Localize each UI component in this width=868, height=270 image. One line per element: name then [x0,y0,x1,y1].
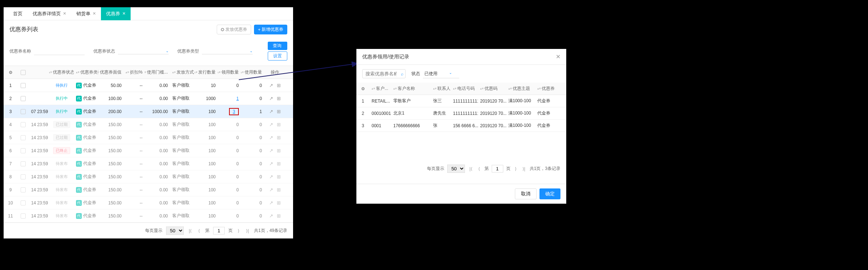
qr-icon[interactable]: ⊞ [277,96,281,101]
modal-table-row[interactable]: 2 00010001 北京1 唐先生 11111111111 2019120 7… [356,107,566,120]
share-icon[interactable]: ↗ [269,148,273,153]
first-page-button[interactable]: |⟨ [187,228,193,233]
tab-销货单[interactable]: 销货单✕ [71,7,101,20]
share-icon[interactable]: ↗ [269,122,273,127]
qr-icon[interactable]: ⊞ [277,174,281,179]
cancel-button[interactable]: 取消 [515,188,537,199]
col-issue[interactable]: ▴▾发行数量 [195,69,218,75]
page-input[interactable] [213,227,225,234]
row-checkbox[interactable] [21,83,26,88]
tab-优惠券[interactable]: 优惠券✕ [101,7,131,20]
close-icon[interactable]: ✕ [556,53,560,60]
query-button[interactable]: 查询 [268,42,287,50]
settings-button[interactable]: 设置 [268,51,287,61]
next-page-button[interactable]: ⟩ [236,228,241,233]
table-row[interactable]: 1 待执行 代代金券 50.00 -- 0.00 客户领取 10 0 0 ↗ ⊞ [4,79,293,92]
qr-icon[interactable]: ⊞ [277,148,281,153]
share-icon[interactable]: ↗ [269,213,273,219]
filter-status-select[interactable]: ⌄ [118,48,169,54]
table-row[interactable]: 7 14 23:59 待发布 代代金券 150.00 -- 0.00 客户领取 … [4,157,293,170]
share-icon[interactable]: ↗ [269,83,273,88]
share-icon[interactable]: ↗ [269,200,273,205]
qr-icon[interactable]: ⊞ [277,122,281,127]
table-row[interactable]: 3 07 23:59 执行中 代代金券 200.00 -- 1000.00 客户… [4,105,293,118]
col-use[interactable]: ▴▾使用数量 [241,69,264,75]
col-face[interactable]: ▴▾优惠券面值 [98,69,124,75]
close-icon[interactable]: ✕ [93,11,96,16]
modal-search-input[interactable] [362,69,406,78]
claim-count-link[interactable]: 1 [236,96,239,101]
qr-icon[interactable]: ⊞ [277,109,281,114]
per-page-select[interactable]: 50 [166,227,184,235]
mcol-type[interactable]: ▴▾优惠券类 [535,86,555,92]
row-checkbox[interactable] [21,161,26,166]
qr-icon[interactable]: ⊞ [277,200,281,205]
tab-首页[interactable]: 首页 [8,7,27,20]
col-type[interactable]: ▴▾优惠券类型 [74,69,98,75]
qr-icon[interactable]: ⊞ [277,161,281,166]
row-checkbox[interactable] [21,187,26,192]
prev-page-button[interactable]: ⟨ [197,228,202,233]
share-icon[interactable]: ↗ [269,187,273,192]
claim-count-link[interactable]: 3 [229,108,239,115]
last-page-button[interactable]: ⟩| [521,166,527,171]
mcol-cust[interactable]: ▴▾客户... [369,86,391,92]
table-row[interactable]: 11 14 23:59 待发布 代代金券 150.00 -- 0.00 客户领取… [4,209,293,223]
modal-table-row[interactable]: 1 RETAIL... 零散客户 张三 11111111111 2019120 … [356,95,566,107]
mcol-name[interactable]: ▴▾客户名称 [391,86,431,92]
qr-icon[interactable]: ⊞ [277,135,281,140]
row-checkbox[interactable] [21,213,26,219]
next-page-button[interactable]: ⟩ [513,166,518,171]
modal-per-page-select[interactable]: 50 [447,165,465,173]
checkbox-all[interactable] [21,70,26,75]
table-row[interactable]: 4 14 23:59 已过期 代代金券 150.00 -- 0.00 客户领取 … [4,118,293,131]
table-row[interactable]: 2 执行中 代代金券 100.00 -- 0.00 客户领取 1000 1 0 … [4,92,293,105]
table-row[interactable]: 5 14 23:59 已过期 代代金券 150.00 -- 0.00 客户领取 … [4,131,293,144]
table-row[interactable]: 10 14 23:59 待发布 代代金券 150.00 -- 0.00 客户领取… [4,196,293,209]
row-checkbox[interactable] [21,200,26,205]
share-icon[interactable]: ↗ [269,135,273,140]
col-status[interactable]: ▴▾优惠券状态 [49,69,74,75]
qr-icon[interactable]: ⊞ [277,187,281,192]
close-icon[interactable]: ✕ [122,11,126,16]
qr-icon[interactable]: ⊞ [277,213,281,219]
issue-coupon-button[interactable]: ✪ 发放优惠券 [217,25,251,34]
table-row[interactable]: 9 14 23:59 待发布 代代金券 150.00 -- 0.00 客户领取 … [4,183,293,196]
mcol-subject[interactable]: ▴▾优惠主题 [506,86,535,92]
add-coupon-button[interactable]: +新增优惠券 [254,25,287,34]
qr-icon[interactable]: ⊞ [277,83,281,88]
row-checkbox[interactable] [21,109,26,114]
share-icon[interactable]: ↗ [269,174,273,179]
checkbox-column[interactable] [17,70,29,75]
modal-page-input[interactable] [492,165,503,173]
share-icon[interactable]: ↗ [269,96,273,101]
share-icon[interactable]: ↗ [269,161,273,166]
mcol-phone[interactable]: ▴▾电话号码 [451,86,478,92]
filter-name-input[interactable] [34,47,85,55]
modal-table-row[interactable]: 3 0001 17666666666 张 156 6666 6... 20191… [356,120,566,132]
table-row[interactable]: 6 14 23:59 已终止 代代金券 150.00 -- 0.00 客户领取 … [4,144,293,157]
tab-优惠券详情页[interactable]: 优惠券详情页✕ [27,7,71,20]
col-threshold[interactable]: ▴▾使用门槛... [145,69,170,75]
gear-column[interactable]: ⚙ [4,70,17,75]
row-checkbox[interactable] [21,122,26,127]
prev-page-button[interactable]: ⟨ [477,166,482,171]
col-claim[interactable]: ▴▾领用数量 [218,69,241,75]
table-row[interactable]: 8 14 23:59 待发布 代代金券 150.00 -- 0.00 客户领取 … [4,170,293,183]
search-icon[interactable]: ⌕ [401,71,403,76]
mcol-code[interactable]: ▴▾优惠码 [478,86,506,92]
row-checkbox[interactable] [21,148,26,153]
row-checkbox[interactable] [21,174,26,179]
row-checkbox[interactable] [21,135,26,140]
modal-status-select[interactable]: 已使用 ⌄ [423,70,459,78]
first-page-button[interactable]: |⟨ [468,166,474,171]
col-method[interactable]: ▴▾发放方式 [170,69,195,75]
share-icon[interactable]: ↗ [269,109,273,114]
confirm-button[interactable]: 确定 [539,188,560,199]
col-discount[interactable]: ▴▾折扣% [124,69,145,75]
gear-column[interactable]: ⚙ [356,86,369,91]
mcol-contact[interactable]: ▴▾联系人 [431,86,451,92]
close-icon[interactable]: ✕ [63,11,66,16]
last-page-button[interactable]: ⟩| [245,228,250,233]
filter-type-select[interactable]: ⌄ [202,48,253,54]
